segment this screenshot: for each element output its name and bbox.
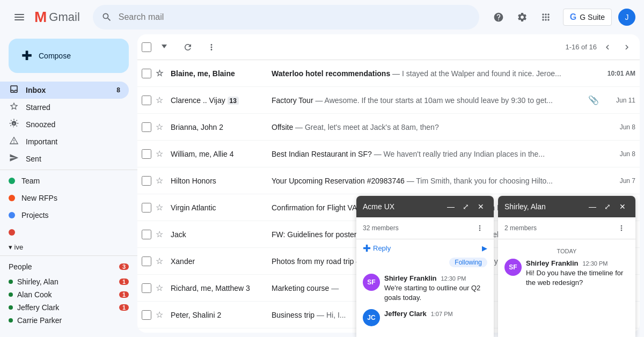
compose-button[interactable]: ✚ Compose xyxy=(9,39,129,73)
email-checkbox[interactable] xyxy=(142,69,151,78)
menu-icon[interactable] xyxy=(9,6,30,28)
chat-msg-time: 12:30 PM xyxy=(441,275,466,282)
email-star-icon[interactable]: ☆ xyxy=(156,202,166,213)
email-preview: — Tim Smith, thank you for choosing Hilt… xyxy=(407,177,553,185)
chat-avatar: JC xyxy=(363,309,380,326)
email-from: Clarence .. Vijay 13 xyxy=(171,96,267,105)
email-from: Xander xyxy=(171,257,267,266)
expand-chat-button[interactable]: ⤢ xyxy=(459,200,472,213)
email-checkbox[interactable] xyxy=(142,122,151,132)
person-name: Shirley, Alan xyxy=(17,277,58,286)
email-star-icon[interactable]: ☆ xyxy=(156,68,166,78)
sidebar-item-starred[interactable]: Starred xyxy=(0,99,129,116)
email-checkbox[interactable] xyxy=(142,149,151,159)
email-star-icon[interactable]: ☆ xyxy=(156,256,166,266)
minimize-chat-button[interactable]: — xyxy=(444,200,457,213)
email-from: Peter, Shalini 2 xyxy=(171,311,267,319)
email-star-icon[interactable]: ☆ xyxy=(156,122,166,132)
select-all-checkbox[interactable] xyxy=(142,42,151,52)
search-input[interactable] xyxy=(119,12,471,22)
email-checkbox[interactable] xyxy=(142,257,151,266)
acme-ux-chat-title: Acme UX xyxy=(363,202,440,211)
email-checkbox[interactable] xyxy=(142,176,151,186)
email-date: 10:01 AM xyxy=(603,70,635,77)
minimize-chat-button[interactable]: — xyxy=(586,200,599,213)
archive-item[interactable]: ▾ ive xyxy=(0,241,137,253)
email-row[interactable]: ☆ William, me, Allie 4 Best Indian Resta… xyxy=(137,141,640,167)
search-bar[interactable] xyxy=(93,5,479,30)
email-star-icon[interactable]: ☆ xyxy=(156,175,166,186)
acme-ux-more-button[interactable] xyxy=(472,221,487,236)
acme-ux-reply-button[interactable]: ✚ Reply ▶ xyxy=(356,239,494,258)
shirley-alan-member-count: 2 members xyxy=(504,224,537,232)
email-from: Brianna, John 2 xyxy=(171,123,267,131)
person-item-shirley-alan[interactable]: Shirley, Alan 1 xyxy=(0,275,137,288)
important-icon xyxy=(9,136,19,148)
person-online-dot xyxy=(9,280,13,284)
email-preview: — We haven't really tried any Indian pla… xyxy=(374,150,545,158)
sidebar-item-important[interactable]: Important xyxy=(0,133,129,150)
sidebar-item-projects[interactable]: Projects xyxy=(0,207,129,224)
email-row[interactable]: ☆ Clarence .. Vijay 13 Factory Tour — Aw… xyxy=(137,87,640,114)
email-star-icon[interactable]: ☆ xyxy=(156,149,166,159)
person-item-carrie-parker[interactable]: Carrie Parker xyxy=(0,314,137,327)
sidebar-item-more[interactable] xyxy=(0,224,129,241)
chat-msg-content: Shirley Franklin 12:30 PM Hi! Do you hav… xyxy=(526,259,629,288)
email-checkbox[interactable] xyxy=(142,203,151,213)
inbox-label: Inbox xyxy=(26,86,46,94)
chat-msg-time: 12:30 PM xyxy=(582,260,608,267)
email-checkbox[interactable] xyxy=(142,310,151,320)
select-dropdown-button[interactable] xyxy=(153,36,175,58)
settings-button[interactable] xyxy=(511,6,533,28)
shirley-alan-chat-header[interactable]: Shirley, Alan — ⤢ ✕ xyxy=(498,196,635,217)
email-star-icon[interactable]: ☆ xyxy=(156,229,166,239)
prev-page-button[interactable] xyxy=(599,39,616,56)
more-options-button[interactable] xyxy=(201,36,222,58)
sidebar-item-inbox[interactable]: Inbox 8 xyxy=(0,82,129,99)
person-item-alan-cook[interactable]: Alan Cook 1 xyxy=(0,288,137,301)
next-page-button[interactable] xyxy=(618,39,635,56)
refresh-button[interactable] xyxy=(177,36,199,58)
expand-chat-button[interactable]: ⤢ xyxy=(601,200,614,213)
sidebar-item-new-rfps[interactable]: New RFPs xyxy=(0,189,129,207)
shirley-alan-more-button[interactable] xyxy=(614,221,629,236)
following-button[interactable]: Following xyxy=(449,258,487,267)
email-star-icon[interactable]: ☆ xyxy=(156,310,166,320)
gsuite-label: G Suite xyxy=(580,13,605,21)
search-icon xyxy=(101,12,112,23)
help-button[interactable] xyxy=(488,6,509,28)
page-count: 1-16 of 16 xyxy=(565,43,597,51)
email-body: Your Upcoming Reservation #20983746 — Ti… xyxy=(272,177,599,185)
close-chat-button[interactable]: ✕ xyxy=(474,200,487,213)
g-icon: G xyxy=(570,12,576,22)
inbox-badge: 8 xyxy=(116,86,120,94)
inbox-icon xyxy=(9,84,19,97)
email-checkbox[interactable] xyxy=(142,230,151,239)
email-subject: Waterloo hotel recommendations xyxy=(272,69,390,78)
email-from: William, me, Allie 4 xyxy=(171,150,267,158)
chat-msg-content: Shirley Franklin 12:30 PM We're starting… xyxy=(384,274,487,303)
rfps-label: New RFPs xyxy=(21,194,57,202)
close-chat-button[interactable]: ✕ xyxy=(616,200,629,213)
email-checkbox[interactable] xyxy=(142,283,151,293)
email-checkbox[interactable] xyxy=(142,96,151,105)
apps-button[interactable] xyxy=(535,6,557,28)
person-item-jeffery-clark[interactable]: Jeffery Clark 1 xyxy=(0,301,137,314)
team-label: Team xyxy=(21,177,40,185)
email-row[interactable]: ☆ Brianna, John 2 Offsite — Great, let's… xyxy=(137,114,640,141)
sidebar-item-sent[interactable]: Sent xyxy=(0,150,129,167)
email-star-icon[interactable]: ☆ xyxy=(156,283,166,293)
acme-ux-chat-header[interactable]: Acme UX — ⤢ ✕ xyxy=(356,196,494,217)
svg-rect-0 xyxy=(14,14,24,15)
email-row[interactable]: ☆ Blaine, me, Blaine Waterloo hotel reco… xyxy=(137,60,640,87)
sidebar-item-team[interactable]: Team xyxy=(0,172,129,189)
person-name: Jeffery Clark xyxy=(17,303,59,312)
people-title: People xyxy=(9,262,32,271)
user-avatar[interactable]: J xyxy=(618,9,635,26)
sidebar-item-snoozed[interactable]: Snoozed xyxy=(0,116,129,133)
email-row[interactable]: ☆ Hilton Honors Your Upcoming Reservatio… xyxy=(137,167,640,194)
gsuite-button[interactable]: G G Suite xyxy=(563,9,612,26)
email-star-icon[interactable]: ☆ xyxy=(156,95,166,105)
projects-label: Projects xyxy=(21,211,49,219)
shirley-alan-messages: TODAY SF Shirley Franklin 12:30 PM Hi! D… xyxy=(498,239,635,337)
